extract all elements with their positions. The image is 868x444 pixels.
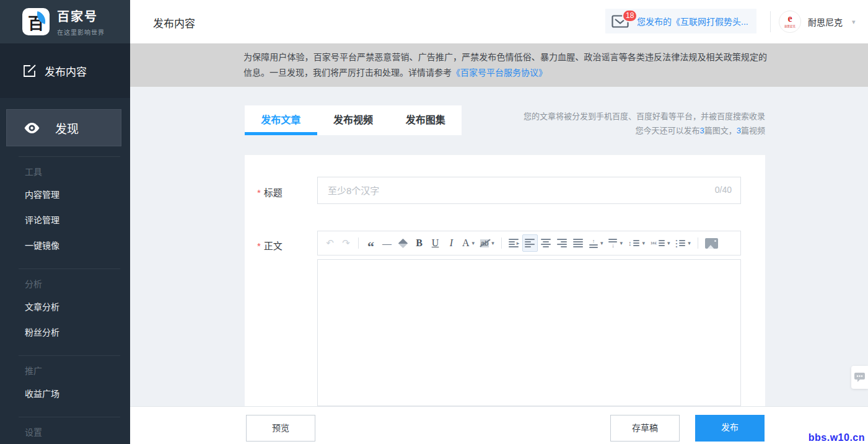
quota-article-unit: 篇图文， <box>704 126 737 135</box>
spacing-above-dropdown[interactable]: ↑ <box>587 234 606 252</box>
editor-content-area[interactable] <box>317 259 741 406</box>
undo-icon[interactable]: ↶ <box>322 234 338 252</box>
unordered-list-icon <box>676 239 686 248</box>
align-left-icon[interactable] <box>522 234 538 252</box>
indent-bars-icon <box>509 238 519 248</box>
avatar[interactable]: e 耐思尼克 <box>779 11 801 33</box>
underline-glyph: U <box>432 238 439 249</box>
brand-tagline: 在这里影响世界 <box>57 27 105 37</box>
toolbar-divider <box>358 238 359 249</box>
editor-toolbar: ↶ ↷ “ — B U I A ab ↑ ↓ ↕ <box>317 231 741 255</box>
action-footer: 预览 存草稿 发布 <box>130 406 868 444</box>
sidebar-item-publish[interactable]: 发布内容 <box>0 43 130 98</box>
preview-button[interactable]: 预览 <box>246 415 315 442</box>
sidebar: 百 百家号 在这里影响世界 发布内容 发现 工具 内容管理 评论管理 <box>0 0 130 444</box>
body-label-text: 正文 <box>264 241 283 251</box>
sidebar-item-comment-management[interactable]: 评论管理 <box>0 208 130 233</box>
sidebar-section-label-analysis: 分析 <box>0 269 130 295</box>
sidebar-item-one-click-mirror[interactable]: 一键镜像 <box>0 233 130 259</box>
brand-name: 百家号 <box>57 7 105 25</box>
sidebar-item-label: 发布内容 <box>45 63 87 79</box>
distribution-line1: 您的文章将被分发到手机百度、百度好看等平台，并被百度搜索收录 <box>480 109 765 123</box>
sidebar-section-label-tools: 工具 <box>0 157 130 182</box>
title-input-wrap: 0/40 <box>317 177 741 204</box>
sidebar-section-label-promotion: 推广 <box>0 356 130 381</box>
toolbar-divider <box>501 238 502 249</box>
quota-video-unit: 篇视频 <box>741 126 765 135</box>
title-field-label: *标题 <box>257 185 283 198</box>
unordered-list-dropdown[interactable] <box>673 234 693 252</box>
sidebar-section-label-settings: 设置 <box>0 417 130 443</box>
header-divider <box>770 11 771 32</box>
bold-icon[interactable]: B <box>411 234 427 252</box>
feedback-widget[interactable] <box>851 366 868 389</box>
policy-banner: 为保障用户体验，百家号平台严禁恶意营销、广告推广，严禁发布色情低俗、暴力血腥、政… <box>130 43 868 87</box>
brand-area[interactable]: 百 百家号 在这里影响世界 <box>0 0 130 43</box>
eraser-icon <box>398 238 408 248</box>
sidebar-item-revenue-plaza[interactable]: 收益广场 <box>0 381 130 407</box>
italic-icon[interactable]: I <box>444 234 459 252</box>
spacing-above-icon: ↑ <box>589 239 598 248</box>
spacing-below-icon: ↓ <box>608 239 617 248</box>
underline-icon[interactable]: U <box>427 234 443 252</box>
quota-prefix: 您今天还可以发布 <box>635 126 699 135</box>
user-menu[interactable]: e 耐思尼克 耐思尼克 ▾ <box>779 11 856 33</box>
chat-bubble-icon <box>854 373 865 383</box>
page-title: 发布内容 <box>153 15 195 30</box>
policy-text: 为保障用户体验，百家号平台严禁恶意营销、广告推广，严禁发布色情低俗、暴力血腥、政… <box>243 50 767 81</box>
quota-article-count: 3 <box>700 126 704 135</box>
font-color-glyph: A <box>462 238 470 249</box>
ordered-list-dropdown[interactable] <box>648 234 673 252</box>
sidebar-item-discover[interactable]: 发现 <box>6 109 121 146</box>
blockquote-icon[interactable]: “ <box>363 234 379 252</box>
sidebar-item-content-management[interactable]: 内容管理 <box>0 182 130 208</box>
line-height-dropdown[interactable]: ↕ <box>626 234 647 252</box>
envelope-wrap: 18 <box>612 15 629 28</box>
highlight-dropdown[interactable]: ab <box>478 234 497 252</box>
sidebar-item-label: 发现 <box>55 120 79 136</box>
align-center-icon[interactable] <box>538 234 554 252</box>
align-justify-icon[interactable] <box>571 234 586 252</box>
top-header: 发布内容 18 您发布的《互联网打假势头... e 耐思尼克 耐思尼克 ▾ <box>130 0 868 43</box>
format-clear-icon[interactable] <box>395 234 411 252</box>
font-color-dropdown[interactable]: A <box>460 234 477 252</box>
eye-icon <box>24 122 40 134</box>
avatar-logo-glyph: e <box>787 14 792 23</box>
notification-message[interactable]: 您发布的《互联网打假势头... <box>637 15 748 27</box>
align-right-icon[interactable] <box>555 234 570 252</box>
watermark: bbs.w10.cn <box>809 432 865 443</box>
spacing-below-dropdown[interactable]: ↓ <box>606 234 625 252</box>
avatar-caption: 耐思尼克 <box>784 24 796 28</box>
image-icon <box>705 238 718 249</box>
sidebar-item-article-analysis[interactable]: 文章分析 <box>0 295 130 320</box>
italic-glyph: I <box>450 238 453 249</box>
required-asterisk: * <box>257 241 261 251</box>
user-name: 耐思尼克 <box>808 16 843 28</box>
compose-icon <box>23 64 37 78</box>
distribution-info: 您的文章将被分发到手机百度、百度好看等平台，并被百度搜索收录 您今天还可以发布3… <box>480 109 765 138</box>
body-field-label: *正文 <box>257 239 283 252</box>
align-justify-bars-icon <box>573 238 583 248</box>
sidebar-item-fans-analysis[interactable]: 粉丝分析 <box>0 320 130 345</box>
notification-banner[interactable]: 18 您发布的《互联网打假势头... <box>605 9 756 33</box>
toolbar-divider <box>698 238 698 249</box>
save-draft-button[interactable]: 存草稿 <box>610 415 680 442</box>
title-label-text: 标题 <box>264 187 283 198</box>
chevron-down-icon[interactable]: ▾ <box>852 18 856 26</box>
baijiahao-logo-icon: 百 <box>22 8 50 35</box>
bold-glyph: B <box>416 238 423 249</box>
quota-line2: 您今天还可以发布3篇图文，3篇视频 <box>480 123 765 138</box>
horizontal-rule-icon[interactable]: — <box>379 234 395 252</box>
service-agreement-link[interactable]: 《百家号平台服务协议》 <box>452 68 547 78</box>
tab-publish-gallery[interactable]: 发布图集 <box>389 105 462 135</box>
title-input[interactable] <box>318 177 740 203</box>
publish-button[interactable]: 发布 <box>695 415 765 442</box>
highlight-pen-icon: ab <box>480 239 489 247</box>
align-center-bars-icon <box>541 238 551 248</box>
indent-icon[interactable] <box>506 234 522 252</box>
ordered-list-icon <box>651 240 665 246</box>
insert-image-button[interactable] <box>703 234 721 252</box>
tab-publish-video[interactable]: 发布视频 <box>317 105 390 135</box>
redo-icon[interactable]: ↷ <box>338 234 354 252</box>
tab-publish-article[interactable]: 发布文章 <box>245 105 317 135</box>
